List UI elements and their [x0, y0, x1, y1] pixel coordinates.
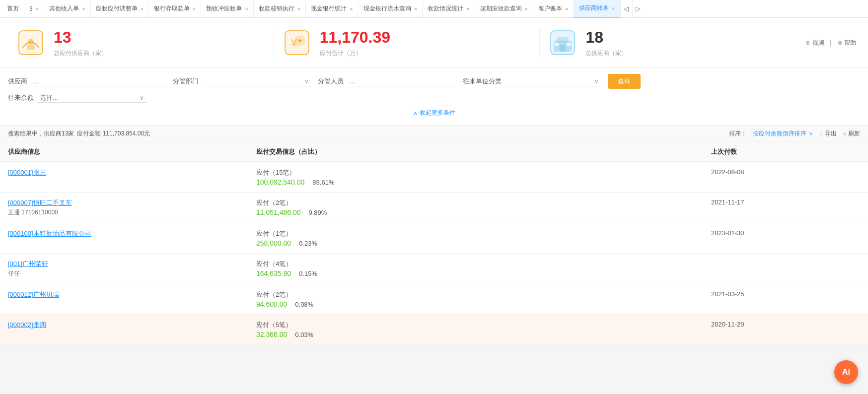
nav-tab-prepay-ar-label: 预收冲应收单: [206, 4, 242, 13]
payable-label: 应付（5笔）: [256, 321, 711, 329]
supplier-link[interactable]: [000007]恒旺二手叉车: [8, 198, 256, 207]
nav-tab-bank-deposit[interactable]: 银行存取款单 ×: [149, 0, 201, 18]
nav-tab-3-label: 3: [29, 5, 33, 12]
total-payable-suppliers-label: 总应付供应商（家）: [54, 49, 107, 58]
search-button[interactable]: 查询: [608, 74, 641, 89]
payable-amount[interactable]: 164,635.90: [256, 269, 291, 277]
payable-amount[interactable]: 94,600.00: [256, 300, 287, 308]
nav-tab-ar-ap-adjust[interactable]: 应收应付调整单 ×: [91, 0, 149, 18]
close-icon[interactable]: ×: [350, 6, 353, 12]
close-icon[interactable]: ×: [612, 5, 615, 11]
close-icon[interactable]: ×: [36, 6, 39, 12]
balance-input[interactable]: [40, 94, 140, 101]
nav-tab-other-income-label: 其他收入单: [49, 4, 79, 13]
sort-value[interactable]: 按应付余额倒序排序 ∨: [753, 130, 813, 138]
total-payable-amount-number: 11,170.39: [320, 28, 390, 47]
close-icon[interactable]: ×: [525, 6, 528, 12]
nav-tab-receipt-verify[interactable]: 收款核销执行 ×: [254, 0, 306, 18]
nav-tab-prepay-ar[interactable]: 预收冲应收单 ×: [201, 0, 253, 18]
close-icon[interactable]: ×: [193, 6, 196, 12]
balance-select-wrapper[interactable]: ∨: [37, 93, 147, 103]
total-suppliers-label: 总供应商（家）: [585, 49, 627, 58]
close-icon[interactable]: ×: [466, 6, 469, 12]
payable-amount-row: 11,051,486.00 9.89%: [256, 208, 711, 216]
person-select-wrapper[interactable]: [347, 76, 457, 86]
total-payable-amount-label: 应付合计（万）: [320, 49, 390, 58]
close-icon[interactable]: ×: [414, 6, 417, 12]
nav-arrow-right[interactable]: ▷: [632, 0, 644, 18]
payable-amount[interactable]: 32,366.00: [256, 330, 287, 338]
supplier-input[interactable]: [33, 77, 164, 85]
supplier-link[interactable]: [000012]广州贝瑞: [8, 290, 256, 299]
nav-tab-3[interactable]: 3 ×: [24, 0, 44, 18]
refresh-action[interactable]: ○ 刷新: [843, 130, 860, 138]
collapse-icon: ∧: [413, 110, 418, 117]
help-area: ⊙ 视频 | ⊙ 帮助: [805, 39, 860, 47]
table-row: [000012]广州贝瑞 应付（2笔） 94,600.00 0.08% 2021…: [0, 284, 868, 315]
filter-row-1: 供应商 分管部门 ∨ 分管人员 往来单位分类 ∨: [8, 74, 860, 89]
refresh-label: 刷新: [848, 130, 860, 138]
svg-rect-13: [567, 43, 571, 46]
last-pay-cell: 2021-11-17: [711, 197, 860, 207]
nav-arrow-left[interactable]: ◁: [620, 0, 632, 18]
close-icon[interactable]: ×: [141, 6, 144, 12]
payable-percent: 0.03%: [295, 331, 313, 338]
nav-tab-home[interactable]: 首页: [2, 0, 24, 18]
nav-tab-customer-book-label: 客户账本: [538, 4, 562, 13]
category-dropdown-arrow: ∨: [594, 78, 599, 85]
payable-label: 应付（4笔）: [256, 260, 711, 268]
total-suppliers-number: 18: [585, 28, 627, 47]
nav-tab-supplier-book[interactable]: 供应商账本 ×: [574, 0, 620, 18]
table-row: [000007]恒旺二手叉车 王通 17106110000 应付（2笔） 11,…: [0, 193, 868, 223]
supplier-link[interactable]: [000002]李四: [8, 321, 256, 329]
supplier-link[interactable]: [001]广州荣轩: [8, 260, 256, 268]
dept-dropdown-arrow: ∨: [304, 78, 309, 85]
payable-percent: 0.23%: [299, 240, 317, 247]
card2-content: 11,170.39 应付合计（万）: [320, 28, 390, 57]
result-info: 搜索结果中，供应商13家 应付金额 111,703,854.00元: [8, 130, 150, 138]
supplier-link[interactable]: [000100]本特勤油品有限公司: [8, 229, 256, 238]
payable-amount[interactable]: 11,051,486.00: [256, 208, 301, 216]
category-input[interactable]: [507, 77, 594, 85]
nav-tab-overdue-ar[interactable]: 超期应收款查询 ×: [475, 0, 533, 18]
person-input[interactable]: [350, 77, 454, 85]
close-icon[interactable]: ×: [245, 6, 248, 12]
supplier-info-cell: [000002]李四: [8, 320, 256, 330]
nav-tab-receipt-stat[interactable]: 收款情况统计 ×: [423, 0, 475, 18]
table-body: [000001]张三 应付（15笔） 100,092,540.00 89.61%…: [0, 162, 868, 345]
ai-button[interactable]: Ai: [834, 360, 858, 384]
nav-tab-other-income[interactable]: 其他收入单 ×: [44, 0, 90, 18]
payable-info-cell: 应付（2笔） 94,600.00 0.08%: [256, 289, 711, 309]
supplier-link[interactable]: [000001]张三: [8, 168, 256, 177]
supplier-info-cell: [000012]广州贝瑞: [8, 289, 256, 300]
total-payable-suppliers-number: 13: [54, 28, 107, 47]
close-icon[interactable]: ×: [297, 6, 300, 12]
filter-row-2: 往来余额 ∨: [8, 93, 860, 103]
video-link[interactable]: ⊙ 视频: [805, 39, 824, 47]
last-pay-cell: 2021-03-25: [711, 289, 860, 299]
close-icon[interactable]: ×: [565, 6, 568, 12]
filter-category: 往来单位分类 ∨: [463, 76, 602, 86]
payable-amount[interactable]: 258,000.00: [256, 239, 291, 247]
payable-percent: 0.08%: [295, 301, 313, 308]
help-link[interactable]: ⊙ 帮助: [838, 39, 856, 47]
category-select-wrapper[interactable]: ∨: [505, 76, 602, 86]
table-row: [000100]本特勤油品有限公司 应付（1笔） 258,000.00 0.23…: [0, 223, 868, 254]
close-icon[interactable]: ×: [82, 6, 85, 12]
nav-tab-customer-book[interactable]: 客户账本 ×: [533, 0, 574, 18]
summary-card-total-payable: ¥ 11,170.39 应付合计（万）: [274, 24, 540, 62]
nav-tab-cash-bank-query[interactable]: 现金银行流水查询 ×: [359, 0, 423, 18]
dept-input[interactable]: [205, 77, 304, 85]
nav-tab-cash-bank-stat[interactable]: 现金银行统计 ×: [306, 0, 358, 18]
dept-select-wrapper[interactable]: ∨: [202, 76, 312, 86]
header-supplier-info: 供应商信息: [8, 146, 256, 157]
collapse-bar[interactable]: ∧ 收起更多条件: [8, 107, 860, 119]
header-payable-info: 应付交易信息（占比）: [256, 146, 711, 157]
supplier-input-wrapper[interactable]: [30, 76, 167, 86]
header-last-pay: 上次付数: [711, 146, 860, 157]
collapse-label: 收起更多条件: [420, 109, 455, 117]
payable-label: 应付（2笔）: [256, 290, 711, 299]
export-action[interactable]: ○ 导出: [819, 130, 837, 138]
payable-percent: 9.89%: [309, 209, 327, 216]
payable-amount[interactable]: 100,092,540.00: [256, 178, 304, 186]
